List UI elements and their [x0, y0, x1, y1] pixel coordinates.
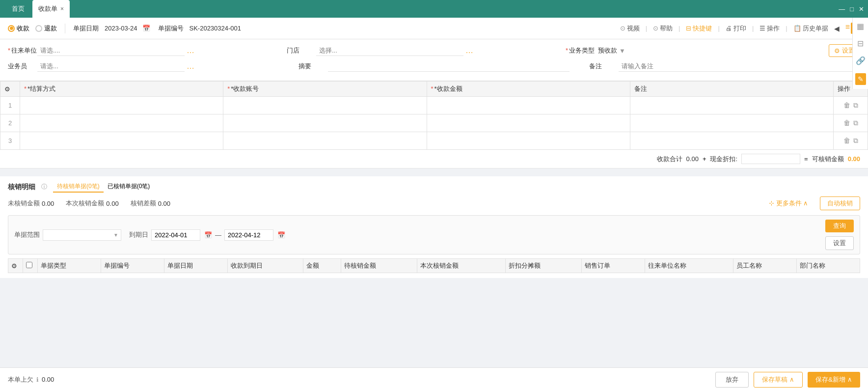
right-panel-table-icon[interactable]: ▦: [857, 22, 864, 31]
history-icon: 📋: [793, 25, 801, 32]
row-1-copy-icon[interactable]: ⧉: [853, 101, 858, 110]
list-view-icon[interactable]: ≡: [845, 23, 850, 34]
col-bill-type: 单据类型: [38, 259, 101, 273]
business-type-dropdown-icon[interactable]: ▼: [619, 47, 625, 55]
close-btn[interactable]: ✕: [859, 5, 864, 13]
refund-radio[interactable]: 退款: [35, 24, 57, 33]
bottom-gear-header[interactable]: ⚙: [8, 259, 23, 273]
partner-dots-icon[interactable]: …: [187, 46, 194, 55]
partner-input[interactable]: [37, 45, 185, 56]
row-2-remark[interactable]: [630, 114, 833, 132]
row-3-delete-icon[interactable]: 🗑: [843, 137, 850, 145]
staff-dots-icon[interactable]: …: [187, 62, 194, 71]
remark-input[interactable]: [619, 61, 860, 72]
shop-input[interactable]: [316, 45, 463, 56]
auto-writeoff-btn[interactable]: 自动核销: [820, 196, 860, 210]
bottom-checkbox-header[interactable]: [23, 259, 38, 273]
total-val: 0.00: [686, 155, 699, 163]
row-3-amount-input[interactable]: [427, 132, 630, 149]
minimize-btn[interactable]: —: [839, 5, 845, 13]
history-action[interactable]: 📋 历史单据: [793, 24, 828, 33]
save-draft-btn[interactable]: 保存草稿 ∧: [754, 372, 803, 388]
cal-from-icon[interactable]: 📅: [204, 231, 212, 239]
row-1-settlement[interactable]: [20, 97, 223, 114]
table-gear-header[interactable]: ⚙: [0, 82, 20, 97]
shortcut-action[interactable]: ⊟ 快捷键: [686, 24, 712, 33]
due-date-from-input[interactable]: [151, 229, 200, 241]
row-1-settlement-input[interactable]: [20, 97, 223, 114]
row-1-delete-icon[interactable]: 🗑: [843, 101, 850, 110]
row-2-account[interactable]: [223, 114, 427, 132]
row-1-amount-input[interactable]: [427, 97, 630, 114]
row-3-account[interactable]: [223, 132, 427, 150]
print-action[interactable]: 🖨 打印: [726, 24, 746, 33]
tab-current[interactable]: 收款单 ×: [32, 0, 70, 18]
prev-arrow[interactable]: ◀: [834, 25, 840, 32]
row-3-account-input[interactable]: [223, 132, 426, 149]
tab-pending[interactable]: 待核销单据(0笔): [53, 181, 104, 193]
save-new-label: 保存&新增: [815, 375, 845, 384]
row-3-settlement[interactable]: [20, 132, 223, 150]
required-star: *: [24, 85, 27, 92]
right-panel-link-icon[interactable]: 🔗: [856, 56, 866, 65]
col-bill-date: 单据日期: [164, 259, 227, 273]
row-1-remark-input[interactable]: [630, 97, 833, 114]
save-draft-label: 保存草稿: [762, 375, 787, 384]
summary-label: 摘要: [298, 62, 328, 71]
row-3-copy-icon[interactable]: ⧉: [853, 137, 858, 145]
right-panel-edit-icon[interactable]: ✎: [855, 73, 866, 85]
footer-info-icon[interactable]: ℹ: [36, 376, 39, 383]
operate-action[interactable]: ☰ 操作: [760, 24, 780, 33]
date-label: 单据日期: [73, 24, 99, 33]
tab-home[interactable]: 首页: [4, 0, 32, 18]
select-all-checkbox[interactable]: [26, 262, 32, 268]
receipt-radio[interactable]: 收款: [8, 24, 29, 33]
query-btn[interactable]: 查询: [825, 220, 854, 232]
date-value: 2023-03-24: [105, 25, 137, 32]
row-1-account[interactable]: [223, 97, 427, 114]
discard-btn[interactable]: 放弃: [715, 372, 749, 388]
discount-input[interactable]: [741, 154, 800, 164]
row-1-account-input[interactable]: [223, 97, 426, 114]
settings-gear-icon: ⚙: [834, 47, 840, 55]
receipt-radio-dot: [10, 27, 13, 30]
right-panel-list-icon[interactable]: ⊟: [857, 39, 864, 48]
writeoff-info-icon[interactable]: ⓘ: [41, 183, 47, 191]
row-3-amount[interactable]: [427, 132, 630, 150]
cal-to-icon[interactable]: 📅: [277, 231, 285, 239]
tab-done[interactable]: 已核销单据(0笔): [104, 181, 154, 193]
due-date-to-input[interactable]: [224, 229, 273, 241]
more-conditions-btn[interactable]: ⊹ 更多条件 ∧: [769, 199, 808, 208]
row-2-settlement[interactable]: [20, 114, 223, 132]
row-1-amount[interactable]: [427, 97, 630, 114]
shop-dots-icon[interactable]: …: [465, 46, 473, 55]
summary-input[interactable]: [328, 61, 570, 72]
nav-arrows: ◀: [834, 25, 840, 32]
range-select[interactable]: [43, 229, 121, 241]
video-action[interactable]: ⊙ 视频: [620, 24, 640, 33]
row-2-amount-input[interactable]: [427, 114, 630, 132]
row-2-copy-icon[interactable]: ⧉: [853, 119, 858, 127]
row-2-account-input[interactable]: [223, 114, 426, 132]
row-2-remark-input[interactable]: [630, 114, 833, 132]
row-1-remark[interactable]: [630, 97, 833, 114]
staff-input[interactable]: [37, 61, 185, 72]
save-new-btn[interactable]: 保存&新增 ∧: [808, 372, 860, 388]
tab-close-btn[interactable]: ×: [60, 0, 64, 18]
filter-settings-btn[interactable]: 设置: [825, 236, 854, 250]
summary-group: 摘要: [298, 61, 570, 72]
row-2-delete-icon[interactable]: 🗑: [843, 119, 850, 127]
refund-label: 退款: [44, 24, 57, 33]
row-3-remark[interactable]: [630, 132, 833, 150]
row-2-settlement-input[interactable]: [20, 114, 223, 132]
maximize-btn[interactable]: □: [850, 5, 854, 13]
right-panel: ▦ ⊟ 🔗 ✎: [852, 18, 868, 89]
help-icon: ⊙: [653, 25, 658, 32]
help-action[interactable]: ⊙ 帮助: [653, 24, 673, 33]
calendar-icon[interactable]: 📅: [142, 25, 150, 32]
row-3-settlement-input[interactable]: [20, 132, 223, 149]
date-field: 单据日期 2023-03-24 📅: [73, 24, 150, 33]
row-2-amount[interactable]: [427, 114, 630, 132]
row-3-actions: 🗑 ⧉: [834, 132, 868, 150]
row-3-remark-input[interactable]: [630, 132, 833, 149]
